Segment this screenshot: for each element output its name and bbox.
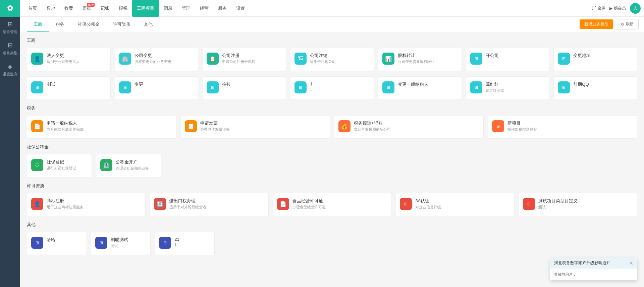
card-icon-new-project: ⊞ (492, 120, 504, 132)
sidebar-item-progress-monitor[interactable]: ◈ 进度监测 (0, 59, 20, 80)
topnav: 首页 客户 收费 票据 new 记账 报税 工商项目 消息 管理 经营 服务 设… (20, 0, 644, 17)
notification-close-button[interactable]: ✕ (629, 261, 633, 266)
social-section: 社保公积金 🛡 社保登记 进行人员社保登记 🏦 公积金 (27, 144, 637, 177)
industry-section: 工商 👤 法人变更 适用于公司变更法人 🏢 (27, 38, 637, 100)
card-change-taxpayer[interactable]: ⊞ 变更一般纳税人 (378, 76, 462, 100)
card-name-test: 测试 (47, 81, 106, 87)
industry-cards-row1: 👤 法人变更 适用于公司变更法人 🏢 公司变更 股权变更外的业务变更 (27, 48, 637, 71)
progress-monitor-icon: ◈ (6, 62, 14, 70)
card-change[interactable]: ⊞ 变更 (115, 76, 199, 100)
card-icon-equity-transfer: 📊 (382, 53, 394, 65)
card-desc-apply-taxpayer: 当月或次月成变更完成 (47, 127, 172, 132)
user-avatar[interactable]: 人 (630, 3, 641, 14)
nav-industry[interactable]: 工商项目 (132, 0, 159, 17)
nav-accounting[interactable]: 记账 (96, 0, 114, 17)
main-wrap: 首页 客户 收费 票据 new 记账 报税 工商项目 消息 管理 经营 服务 设… (20, 0, 644, 287)
sidebar-item-label: 进度监测 (3, 72, 17, 77)
card-icon-3a-cert: ⊞ (400, 198, 412, 210)
notification-body: 尊敬的用户： (550, 269, 637, 280)
card-food-license[interactable]: 📄 食品经营许可证 办理食品经营许可证 (273, 193, 391, 216)
nav-management[interactable]: 管理 (177, 0, 195, 17)
tab-other[interactable]: 其他 (137, 17, 159, 32)
tab-social[interactable]: 社保公积金 (71, 17, 106, 32)
card-desc-company-register: 申请公司注册全流程 (222, 59, 282, 64)
nav-message[interactable]: 消息 (159, 0, 177, 17)
card-desc-food-license: 办理食品经营许可证 (292, 205, 387, 210)
other-cards: ⊞ 哈哈 ⊞ 刘聪测试 测试 (27, 232, 215, 255)
nav-customer[interactable]: 客户 (42, 0, 60, 17)
card-name-trademark: 商标注册 (47, 198, 141, 204)
new-type-button[interactable]: 新增业务类型 (580, 19, 613, 29)
tabs-list: 工商 税务 社保公积金 许可资质 其他 (20, 17, 580, 32)
card-haha[interactable]: ⊞ 哈哈 (27, 232, 87, 255)
nav-home[interactable]: 首页 (23, 0, 42, 17)
card-desc-legal-change: 适用于公司变更法人 (47, 59, 106, 64)
vip-icon: ▶ (609, 6, 612, 11)
card-open-company[interactable]: ⊞ 开公司 (466, 48, 550, 71)
card-icon-21: ⊞ (159, 237, 171, 249)
tax-section-title: 税务 (27, 105, 637, 111)
social-cards: 🛡 社保登记 进行人员社保登记 🏦 公积金开户 办理公积金相关业务 (27, 154, 161, 177)
card-icon-apply-invoice: 🧾 (185, 120, 197, 132)
card-3a-cert[interactable]: ⊞ 3A认证 对企业信誉评级 (395, 193, 514, 216)
card-change-address[interactable]: ⊞ 变更地址 (553, 48, 637, 71)
tab-license[interactable]: 许可资质 (106, 17, 137, 32)
card-name-company-change: 公司变更 (135, 53, 194, 59)
card-apply-invoice[interactable]: 🧾 申请发票 办理申请发票业务 (180, 115, 330, 139)
tax-section: 税务 📄 申请一般纳税人 当月或次月成变更完成 🧾 申 (27, 105, 637, 139)
card-desc-import-export: 适用于对外贸易经营者 (169, 205, 264, 210)
nav-service[interactable]: 服务 (213, 0, 231, 17)
card-liucong-test[interactable]: ⊞ 刘聪测试 测试 (91, 232, 151, 255)
nav-billing[interactable]: 收费 (60, 0, 78, 17)
card-company-cancel[interactable]: 🏗 公司注销 适用于注销公司 (290, 48, 374, 71)
card-desc-3a-cert: 对企业信誉评级 (415, 205, 510, 210)
card-desc-tax-accounting: 拿到营业执照的新公司 (354, 127, 479, 132)
card-name-change-address: 变更地址 (573, 53, 633, 59)
fullscreen-button[interactable]: ⛶ 全屏 (592, 5, 605, 11)
card-one[interactable]: ⊞ 1 1 (290, 76, 374, 100)
nav-tax[interactable]: 报税 (114, 0, 132, 17)
card-name-test-type: 测试项目类型目定义 (538, 198, 633, 204)
card-legal-change[interactable]: 👤 法人变更 适用于公司变更法人 (27, 48, 111, 71)
card-test[interactable]: ⊞ 测试 (27, 76, 111, 100)
card-new-project[interactable]: ⊞ 新项目 报税加税控盘保管 (488, 115, 637, 139)
card-desc-liucong-test: 测试 (111, 243, 147, 248)
card-test-type[interactable]: ⊞ 测试项目类型目定义 测试 (519, 193, 637, 216)
card-equity-transfer[interactable]: 📊 股权转让 公司变更需要股权转让 (378, 48, 462, 71)
card-trademark[interactable]: 👤 商标注册 用于企业商标注册服务 (27, 193, 146, 216)
tab-tax[interactable]: 税务 (49, 17, 71, 32)
card-icon-food-license: 📄 (277, 198, 289, 210)
card-name-apply-invoice: 申请发票 (200, 120, 326, 126)
sidebar-item-project-type[interactable]: ⊟ 项目类型 (0, 38, 20, 59)
card-21[interactable]: ⊞ 21 1 (155, 232, 215, 255)
nav-operation[interactable]: 经营 (195, 0, 213, 17)
notification-header: 河北税务数字账户升级影晌通知 ✕ (550, 258, 637, 269)
card-gehonghong[interactable]: ⊞ 葛红红 葛红红测试 (466, 76, 550, 100)
card-fund-account[interactable]: 🏦 公积金开户 办理公积金相关业务 (96, 154, 161, 177)
tabs-actions: 新增业务类型 ↻ 刷新 (580, 19, 639, 29)
card-tax-accounting[interactable]: 💰 税务报道+记账 拿到营业执照的新公司 (334, 115, 484, 139)
sidebar-item-project-mgmt[interactable]: ⊞ 项目管理 (0, 17, 20, 38)
card-name-21: 21 (174, 237, 210, 242)
card-social-register[interactable]: 🛡 社保登记 进行人员社保登记 (27, 154, 92, 177)
sidebar-logo[interactable]: ✿ (0, 0, 20, 17)
license-section-title: 许可资质 (27, 183, 637, 189)
card-company-change[interactable]: 🏢 公司变更 股权变更外的业务变更 (115, 48, 199, 71)
card-company-register[interactable]: 📋 公司注册 申请公司注册全流程 (202, 48, 286, 71)
card-icon-change-address: ⊞ (558, 53, 570, 65)
card-qianqi-qq[interactable]: ⊞ 前期QQ (553, 76, 637, 100)
nav-invoice[interactable]: 票据 new (78, 0, 96, 17)
card-name-lala: 拉拉 (222, 81, 282, 87)
card-icon-social-register: 🛡 (31, 159, 43, 171)
fullscreen-icon: ⛶ (592, 6, 596, 11)
nav-settings[interactable]: 设置 (231, 0, 250, 17)
refresh-button[interactable]: ↻ 刷新 (616, 19, 639, 29)
tab-industry[interactable]: 工商 (27, 17, 49, 32)
card-desc-21: 1 (174, 242, 210, 246)
card-apply-taxpayer[interactable]: 📄 申请一般纳税人 当月或次月成变更完成 (27, 115, 176, 139)
card-lala[interactable]: ⊞ 拉拉 (202, 76, 286, 100)
vip-button[interactable]: ▶ 畅会员 (609, 5, 626, 11)
card-name-change: 变更 (135, 81, 194, 87)
sidebar-item-label: 项目类型 (3, 51, 17, 56)
card-import-export[interactable]: 🔄 进出口权办理 适用于对外贸易经营者 (150, 193, 268, 216)
